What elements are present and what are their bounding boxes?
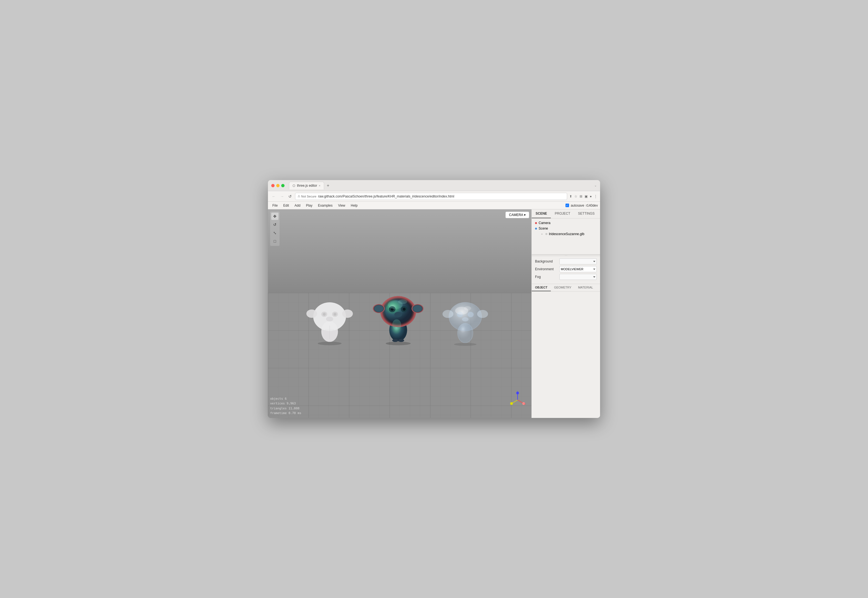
svg-rect-2	[268, 293, 531, 418]
tab-project[interactable]: PROJECT	[551, 209, 574, 218]
toolbar-left: ✥ ↺ ⤡ □	[270, 212, 280, 246]
tree-glb-label: IridescenceSuzanne.glb	[549, 232, 584, 236]
stat-vertices: vertices 9,963	[270, 401, 301, 406]
svg-text:X: X	[524, 403, 526, 405]
select-icon: □	[274, 239, 276, 244]
menu-play[interactable]: Play	[304, 203, 315, 208]
expand-icon: +	[541, 233, 544, 236]
fog-label: Fog	[535, 275, 557, 279]
scale-icon: ⤡	[273, 231, 276, 235]
main-content: ✥ ↺ ⤡ □ CAMERA ▾	[268, 209, 600, 418]
url-text: raw.githack.com/PascalSchoen/three.js/fe…	[318, 194, 454, 198]
environment-row: Environment MODELVIEWER	[535, 266, 597, 272]
tab-close-button[interactable]: ×	[319, 184, 321, 187]
stat-objects: objects 6	[270, 396, 301, 401]
tab-settings[interactable]: SETTINGS	[574, 209, 598, 218]
autosave-checkbox[interactable]	[565, 203, 569, 207]
tree-camera-label: Camera	[539, 221, 550, 225]
tab-object[interactable]: OBJECT	[532, 284, 551, 291]
tree-item-scene[interactable]: Scene	[532, 226, 600, 231]
stat-frametime: frametime 0.70 ms	[270, 411, 301, 416]
more-icon[interactable]: ⋮	[594, 194, 597, 198]
camera-label: CAMERA ▾	[509, 213, 526, 217]
environment-select[interactable]: MODELVIEWER	[559, 266, 597, 272]
not-secure-label: Not Secure	[301, 195, 316, 198]
window-controls: ⌄	[594, 184, 597, 187]
svg-text:Y: Y	[510, 403, 511, 405]
scene-dot-icon	[535, 228, 537, 230]
file-dot-icon	[546, 233, 547, 235]
security-indicator: ⚠ Not Secure	[298, 194, 316, 198]
tab-material[interactable]: MATERIAL	[575, 284, 596, 291]
background-label: Background	[535, 259, 557, 263]
browser-window: ⬡ three.js editor × + ⌄ ← → ↺ ⚠ Not Secu…	[268, 180, 600, 418]
warning-icon: ⚠	[298, 194, 300, 198]
tab-title: three.js editor	[297, 184, 317, 188]
viewport[interactable]: ✥ ↺ ⤡ □ CAMERA ▾	[268, 209, 531, 418]
select-tool-button[interactable]: □	[271, 238, 279, 245]
rotate-tool-button[interactable]: ↺	[271, 221, 279, 228]
menu-edit[interactable]: Edit	[281, 203, 291, 208]
bookmark-icon[interactable]: ☆	[574, 194, 577, 198]
stat-triangles: triangles 11,808	[270, 406, 301, 411]
tab-bar: ⬡ three.js editor × +	[289, 182, 592, 190]
back-button[interactable]: ←	[271, 194, 277, 199]
tree-scene-label: Scene	[539, 227, 548, 230]
menu-help[interactable]: Help	[348, 203, 360, 208]
move-icon: ✥	[273, 214, 276, 218]
maximize-window-button[interactable]	[281, 184, 285, 187]
address-bar: ← → ↺ ⚠ Not Secure raw.githack.com/Pasca…	[268, 191, 600, 202]
forward-button[interactable]: →	[279, 194, 285, 199]
environment-label: Environment	[535, 267, 557, 271]
menu-view[interactable]: View	[336, 203, 347, 208]
profile-icon[interactable]: ●	[590, 194, 592, 198]
stats-overlay: objects 6 vertices 9,963 triangles 11,80…	[270, 396, 301, 416]
object-tabs: OBJECT GEOMETRY MATERIAL	[532, 284, 600, 292]
url-bar[interactable]: ⚠ Not Secure raw.githack.com/PascalSchoe…	[295, 193, 567, 200]
tab-favicon-icon: ⬡	[292, 184, 295, 188]
camera-button[interactable]: CAMERA ▾	[505, 212, 529, 218]
fog-row: Fog	[535, 274, 597, 280]
version-label: r140dev	[586, 203, 598, 208]
fog-select[interactable]	[559, 274, 597, 280]
address-bar-icons: ⬆ ☆ ⊞ ▣ ● ⋮	[569, 194, 597, 198]
background-row: Background	[535, 258, 597, 265]
camera-dot-icon	[535, 222, 537, 224]
menu-examples[interactable]: Examples	[316, 203, 335, 208]
sidebar-icon[interactable]: ▣	[585, 194, 588, 198]
autosave-area: autosave r140dev	[565, 203, 598, 208]
move-tool-button[interactable]: ✥	[271, 213, 279, 220]
extensions-icon[interactable]: ⊞	[580, 194, 582, 198]
axis-indicator: Z X Y	[509, 390, 523, 404]
tab-scene[interactable]: SCENE	[532, 209, 551, 218]
minimize-window-button[interactable]	[276, 184, 280, 187]
scene-tree: Camera Scene + IridescenceSuzanne.glb	[532, 218, 600, 254]
tree-item-glb[interactable]: + IridescenceSuzanne.glb	[532, 231, 600, 237]
traffic-lights	[271, 184, 285, 187]
menu-add[interactable]: Add	[292, 203, 303, 208]
scale-tool-button[interactable]: ⤡	[271, 229, 279, 236]
svg-text:Z: Z	[517, 390, 518, 393]
refresh-button[interactable]: ↺	[287, 194, 293, 199]
object-content	[532, 292, 600, 418]
title-bar: ⬡ three.js editor × + ⌄	[268, 180, 600, 191]
menu-file[interactable]: File	[270, 203, 280, 208]
background-select[interactable]	[559, 258, 597, 265]
new-tab-button[interactable]: +	[325, 182, 331, 188]
grid-floor	[268, 293, 531, 418]
autosave-label: autosave	[571, 203, 584, 208]
panel-tabs: SCENE PROJECT SETTINGS	[532, 209, 600, 218]
share-icon[interactable]: ⬆	[569, 194, 572, 198]
right-panel: SCENE PROJECT SETTINGS Camera Scene +	[531, 209, 600, 418]
tab-geometry[interactable]: GEOMETRY	[551, 284, 575, 291]
tree-item-camera[interactable]: Camera	[532, 220, 600, 226]
close-window-button[interactable]	[271, 184, 274, 187]
properties-section: Background Environment MODELVIEWER Fog	[532, 256, 600, 284]
rotate-icon: ↺	[273, 223, 276, 227]
active-tab[interactable]: ⬡ three.js editor ×	[289, 182, 324, 190]
menu-bar: File Edit Add Play Examples View Help au…	[268, 202, 600, 209]
